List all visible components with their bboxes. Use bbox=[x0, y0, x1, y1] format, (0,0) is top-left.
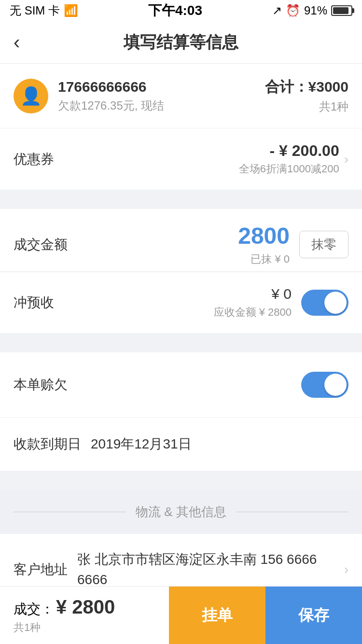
logistics-header: 物流 & 其他信息 bbox=[0, 490, 362, 534]
separator-1 bbox=[0, 199, 362, 209]
round-off-button[interactable]: 抹零 bbox=[299, 231, 348, 258]
debit-row: 本单赊欠 bbox=[0, 352, 362, 417]
logistics-line-right bbox=[236, 512, 348, 512]
charge-row: 冲预收 ¥ 0 应收金额 ¥ 2800 bbox=[0, 272, 362, 333]
hold-button[interactable]: 挂单 bbox=[169, 587, 265, 644]
due-date-row: 收款到期日 2019年12月31日 bbox=[0, 417, 362, 471]
logistics-line-left bbox=[14, 512, 126, 512]
debit-label: 本单赊欠 bbox=[14, 376, 68, 394]
debit-section: 本单赊欠 收款到期日 2019年12月31日 bbox=[0, 352, 362, 471]
logistics-title: 物流 & 其他信息 bbox=[136, 504, 226, 520]
amount-sub: 已抹 ¥ 0 bbox=[238, 252, 290, 266]
alarm-icon: ⏰ bbox=[286, 4, 300, 17]
charge-amount-block: ¥ 0 应收金额 ¥ 2800 bbox=[214, 286, 292, 320]
coupon-desc: 全场6折满1000减200 bbox=[239, 162, 339, 176]
time-display: 下午4:03 bbox=[148, 1, 202, 20]
coupon-amount: - ¥ 200.00 bbox=[239, 142, 339, 160]
toggle-circle bbox=[324, 292, 347, 314]
carrier-text: 无 SIM 卡 bbox=[10, 3, 60, 18]
amount-right: 2800 已抹 ¥ 0 抹零 bbox=[238, 223, 348, 266]
location-icon: ↗ bbox=[272, 4, 282, 17]
user-info: 17666666666 欠款1276.35元, 现结 bbox=[58, 79, 164, 113]
user-right: 合计：¥3000 共1种 bbox=[265, 77, 348, 114]
due-date-label: 收款到期日 bbox=[14, 435, 81, 453]
avatar: 👤 bbox=[14, 79, 48, 113]
page-title: 填写结算等信息 bbox=[124, 31, 238, 54]
avatar-icon: 👤 bbox=[20, 86, 42, 106]
user-phone: 17666666666 bbox=[58, 79, 164, 95]
amount-value: 2800 bbox=[238, 223, 290, 249]
battery-percent: 91% bbox=[304, 4, 327, 17]
separator-3 bbox=[0, 480, 362, 490]
wifi-icon: 📶 bbox=[64, 4, 78, 17]
bottom-summary-label: 成交： bbox=[14, 600, 54, 618]
coupon-label: 优惠券 bbox=[14, 150, 54, 168]
charge-amount: ¥ 0 bbox=[214, 286, 292, 302]
separator-2 bbox=[0, 343, 362, 352]
nav-bar: ‹ 填写结算等信息 bbox=[0, 21, 362, 64]
bottom-summary-amount: ¥ 2800 bbox=[56, 596, 115, 618]
user-section: 👤 17666666666 欠款1276.35元, 现结 合计：¥3000 共1… bbox=[0, 64, 362, 190]
bottom-summary-count: 共1种 bbox=[14, 620, 155, 635]
user-debt: 欠款1276.35元, 现结 bbox=[58, 98, 164, 113]
status-right: ↗ ⏰ 91% bbox=[272, 4, 352, 17]
amount-right-text: 2800 已抹 ¥ 0 bbox=[238, 223, 290, 266]
bottom-summary: 成交： ¥ 2800 共1种 bbox=[0, 587, 169, 644]
user-left: 👤 17666666666 欠款1276.35元, 现结 bbox=[14, 79, 164, 113]
battery-icon bbox=[331, 5, 352, 16]
address-content: 张 北京市市辖区海淀区永丰南 156 6666 6666 bbox=[77, 549, 344, 590]
status-left: 无 SIM 卡 📶 bbox=[10, 3, 78, 18]
debit-toggle[interactable] bbox=[301, 372, 348, 398]
charge-label: 冲预收 bbox=[14, 294, 54, 312]
bottom-bar: 成交： ¥ 2800 共1种 挂单 保存 bbox=[0, 586, 362, 644]
coupon-right: - ¥ 200.00 全场6折满1000减200 › bbox=[239, 142, 348, 176]
amount-row: 成交金额 2800 已抹 ¥ 0 抹零 bbox=[0, 209, 362, 272]
total-amount: 合计：¥3000 bbox=[265, 77, 348, 97]
bottom-summary-label-row: 成交： ¥ 2800 bbox=[14, 596, 155, 618]
charge-right: ¥ 0 应收金额 ¥ 2800 bbox=[214, 286, 348, 320]
charge-toggle[interactable] bbox=[301, 290, 348, 316]
due-date-value: 2019年12月31日 bbox=[91, 435, 192, 453]
total-count: 共1种 bbox=[265, 99, 348, 114]
save-button[interactable]: 保存 bbox=[265, 587, 362, 644]
coupon-chevron-icon: › bbox=[344, 152, 348, 167]
coupon-row[interactable]: 优惠券 - ¥ 200.00 全场6折满1000减200 › bbox=[0, 128, 362, 190]
debit-toggle-circle bbox=[324, 374, 347, 396]
amount-label: 成交金额 bbox=[14, 236, 68, 254]
back-button[interactable]: ‹ bbox=[14, 31, 20, 53]
amount-section: 成交金额 2800 已抹 ¥ 0 抹零 冲预收 ¥ 0 应收金额 ¥ 2800 bbox=[0, 209, 362, 333]
address-label: 客户地址 bbox=[14, 560, 68, 579]
charge-sub: 应收金额 ¥ 2800 bbox=[214, 305, 292, 320]
coupon-right-text: - ¥ 200.00 全场6折满1000减200 bbox=[239, 142, 339, 176]
address-chevron-icon: › bbox=[344, 562, 348, 577]
user-row: 👤 17666666666 欠款1276.35元, 现结 合计：¥3000 共1… bbox=[0, 64, 362, 128]
status-bar: 无 SIM 卡 📶 下午4:03 ↗ ⏰ 91% bbox=[0, 0, 362, 21]
